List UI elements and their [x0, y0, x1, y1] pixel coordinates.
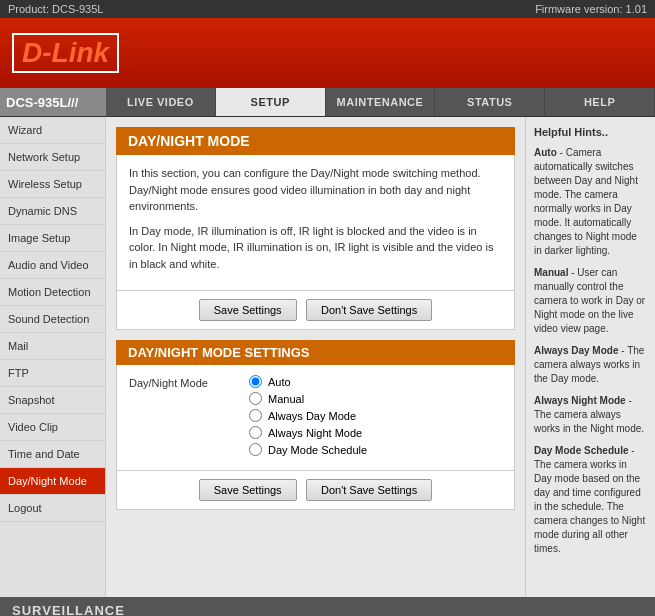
settings-header: DAY/NIGHT MODE SETTINGS [116, 340, 515, 365]
radio-label-day-schedule: Day Mode Schedule [268, 444, 367, 456]
sidebar: WizardNetwork SetupWireless SetupDynamic… [0, 117, 106, 597]
nav-model: DCS-935L/// [6, 95, 78, 110]
sidebar-item-audio-video[interactable]: Audio and Video [0, 252, 105, 279]
intro-para-2: In Day mode, IR illumination is off, IR … [129, 223, 502, 273]
firmware-label: Firmware version: 1.01 [535, 3, 647, 15]
sidebar-item-day-night-mode[interactable]: Day/Night Mode [0, 468, 105, 495]
product-label: Product: DCS-935L [8, 3, 103, 15]
day-night-mode-label: Day/Night Mode [129, 375, 249, 389]
radio-label-auto: Auto [268, 376, 291, 388]
content-area: DAY/NIGHT MODE In this section, you can … [106, 117, 525, 597]
header: D-Link [0, 18, 655, 88]
sidebar-item-image-setup[interactable]: Image Setup [0, 225, 105, 252]
sidebar-item-logout[interactable]: Logout [0, 495, 105, 522]
hint-block-manual: Manual - User can manually control the c… [534, 266, 647, 336]
hint-term: Auto [534, 147, 557, 158]
radio-input-auto[interactable] [249, 375, 262, 388]
tab-status[interactable]: STATUS [435, 88, 545, 116]
top-bar: Product: DCS-935L Firmware version: 1.01 [0, 0, 655, 18]
radio-input-manual[interactable] [249, 392, 262, 405]
radio-always-night[interactable]: Always Night Mode [249, 426, 367, 439]
tab-help[interactable]: HELP [545, 88, 655, 116]
top-save-button[interactable]: Save Settings [199, 299, 297, 321]
radio-input-always-day[interactable] [249, 409, 262, 422]
radio-label-always-night: Always Night Mode [268, 427, 362, 439]
bottom-save-row: Save Settings Don't Save Settings [116, 471, 515, 510]
sidebar-item-snapshot[interactable]: Snapshot [0, 387, 105, 414]
hint-term: Manual [534, 267, 568, 278]
sidebar-item-wizard[interactable]: Wizard [0, 117, 105, 144]
settings-box: Day/Night Mode AutoManualAlways Day Mode… [116, 365, 515, 471]
hints-title: Helpful Hints.. [534, 125, 647, 140]
hint-block-auto: Auto - Camera automatically switches bet… [534, 146, 647, 258]
main-nav: DCS-935L/// LIVE VIDEO SETUP MAINTENANCE… [0, 88, 655, 117]
bottom-dont-save-button[interactable]: Don't Save Settings [306, 479, 432, 501]
radio-options-list: AutoManualAlways Day ModeAlways Night Mo… [249, 375, 367, 456]
intro-para-1: In this section, you can configure the D… [129, 165, 502, 215]
radio-label-manual: Manual [268, 393, 304, 405]
hint-term: Always Night Mode [534, 395, 626, 406]
sidebar-item-sound-detection[interactable]: Sound Detection [0, 306, 105, 333]
sidebar-item-network-setup[interactable]: Network Setup [0, 144, 105, 171]
tab-setup[interactable]: SETUP [216, 88, 326, 116]
radio-input-day-schedule[interactable] [249, 443, 262, 456]
radio-auto[interactable]: Auto [249, 375, 367, 388]
top-save-row: Save Settings Don't Save Settings [116, 291, 515, 330]
tab-live-video[interactable]: LIVE VIDEO [106, 88, 216, 116]
sidebar-item-wireless-setup[interactable]: Wireless Setup [0, 171, 105, 198]
hint-block-always-night-mode: Always Night Mode - The camera always wo… [534, 394, 647, 436]
tab-maintenance[interactable]: MAINTENANCE [326, 88, 436, 116]
sidebar-item-dynamic-dns[interactable]: Dynamic DNS [0, 198, 105, 225]
bottom-bar: SURVEILLANCE [0, 597, 655, 616]
sidebar-item-motion-detection[interactable]: Motion Detection [0, 279, 105, 306]
radio-label-always-day: Always Day Mode [268, 410, 356, 422]
radio-manual[interactable]: Manual [249, 392, 367, 405]
logo-text: D-Link [22, 37, 109, 68]
hint-term: Day Mode Schedule [534, 445, 628, 456]
sidebar-item-ftp[interactable]: FTP [0, 360, 105, 387]
surveillance-label: SURVEILLANCE [12, 603, 125, 616]
radio-always-day[interactable]: Always Day Mode [249, 409, 367, 422]
bottom-save-button[interactable]: Save Settings [199, 479, 297, 501]
sidebar-item-time-date[interactable]: Time and Date [0, 441, 105, 468]
main-layout: WizardNetwork SetupWireless SetupDynamic… [0, 117, 655, 597]
radio-day-schedule[interactable]: Day Mode Schedule [249, 443, 367, 456]
hint-block-day-mode-schedule: Day Mode Schedule - The camera works in … [534, 444, 647, 556]
logo: D-Link [12, 33, 119, 73]
sidebar-item-mail[interactable]: Mail [0, 333, 105, 360]
sidebar-item-video-clip[interactable]: Video Clip [0, 414, 105, 441]
nav-product-label: DCS-935L/// [0, 88, 106, 116]
page-title: DAY/NIGHT MODE [116, 127, 515, 155]
hint-term: Always Day Mode [534, 345, 618, 356]
day-night-mode-row: Day/Night Mode AutoManualAlways Day Mode… [129, 375, 502, 456]
intro-text-box: In this section, you can configure the D… [116, 155, 515, 291]
radio-input-always-night[interactable] [249, 426, 262, 439]
hint-block-always-day-mode: Always Day Mode - The camera always work… [534, 344, 647, 386]
top-dont-save-button[interactable]: Don't Save Settings [306, 299, 432, 321]
helpful-hints: Helpful Hints.. Auto - Camera automatica… [525, 117, 655, 597]
